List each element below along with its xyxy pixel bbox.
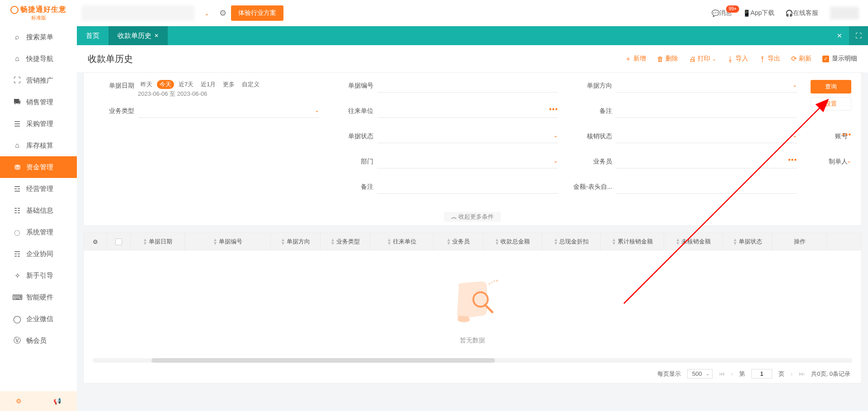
collapse-label: 收起更多条件 [458,213,494,220]
amount-header-label: 金额-表头自... [571,181,616,191]
sidebar-item-label: 营销推广 [26,76,53,85]
sidebar-item-9[interactable]: ◌系统管理 [0,221,77,243]
th-10[interactable]: ▲▼单据状态 [723,233,773,251]
export-label: 导出 [768,55,780,63]
page-prefix: 第 [739,370,745,378]
filter-partner: 往来单位 ••• [333,105,558,131]
first-page-icon[interactable]: ⏮ [719,370,725,377]
date-tag-0[interactable]: 昨天 [138,80,155,89]
message-badge: 99+ [726,5,739,13]
filter-settings-button[interactable]: 设置 [811,97,851,111]
collapse-filters-button[interactable]: ︽ 收起更多条件 [84,210,861,225]
doc-dir-select[interactable]: ⌄ [616,80,797,93]
horizontal-scrollbar[interactable] [93,358,852,363]
import-button[interactable]: ⭳导入 [727,55,748,63]
brand-edition: 标准版 [31,14,46,21]
sidebar-item-12[interactable]: ⌨智能硬件 [0,286,77,308]
tab-close-all-icon[interactable]: ✕ [830,26,849,45]
show-detail-toggle[interactable]: ✓显示明细 [822,55,857,63]
th-4[interactable]: ▲▼往来单位 [370,233,434,251]
scrollbar-thumb[interactable] [151,358,495,363]
sidebar-item-11[interactable]: ✧新手引导 [0,265,77,286]
sidebar-item-2[interactable]: ⛶营销推广 [0,70,77,91]
filter-remark: 备注 [571,105,797,131]
sidebar-item-label: 畅会员 [26,336,47,345]
date-tag-3[interactable]: 近1月 [198,80,218,89]
biz-type-select[interactable]: ⌄ [138,105,319,118]
clerk-select[interactable]: ••• [616,156,797,168]
sidebar-item-8[interactable]: ☷基础信息 [0,200,77,221]
th-11[interactable]: 操作 [773,233,827,251]
sidebar-item-6[interactable]: ⛃资金管理 [0,156,77,178]
delete-button[interactable]: 🗑删除 [657,55,678,63]
fullscreen-icon[interactable]: ⛶ [849,26,868,45]
sidebar-item-13[interactable]: ◯企业微信 [0,308,77,330]
company-selector[interactable] [81,5,194,21]
pager-summary: 共0页, 0条记录 [811,370,850,378]
th-9[interactable]: ▲▼未核销金额 [664,233,723,251]
date-tag-5[interactable]: 自定义 [239,80,262,89]
trash-icon: 🗑 [657,55,664,63]
doc-no-input[interactable] [377,80,558,93]
export-button[interactable]: ⭱导出 [759,55,780,63]
date-tag-2[interactable]: 近7天 [176,80,196,89]
doc-no-label: 单据编号 [333,80,377,90]
remark2-input[interactable] [377,181,558,194]
prev-page-icon[interactable]: ‹ [731,370,733,377]
sidebar-item-5[interactable]: ⌂库存核算 [0,135,77,156]
sidebar-item-4[interactable]: ☰采购管理 [0,113,77,135]
chevron-down-icon[interactable]: ⌄ [204,10,209,17]
sidebar-item-label: 搜索菜单 [26,33,53,42]
tab-收款单历史[interactable]: 收款单历史✕ [108,26,168,45]
query-button[interactable]: 查询 [811,80,851,93]
dept-select[interactable]: ⌄ [377,156,558,168]
gear-icon[interactable]: ⚙ [219,8,226,18]
per-page-select[interactable]: 500⌄ [687,369,712,378]
message-button[interactable]: 💬 消息 99+ [712,9,732,17]
th-5[interactable]: ▲▼业务员 [434,233,483,251]
date-tag-1[interactable]: 今天 [157,80,174,89]
sidebar-icon: ⛃ [13,163,22,172]
online-cs-button[interactable]: 🎧 在线客服 [785,9,818,17]
sidebar-item-10[interactable]: ☶企业协同 [0,243,77,265]
partner-select[interactable]: ••• [377,105,558,118]
sidebar-item-label: 系统管理 [26,228,53,237]
refresh-button[interactable]: ⟳刷新 [791,55,811,63]
th-8[interactable]: ▲▼累计核销金额 [601,233,664,251]
sidebar-item-1[interactable]: ⌂快捷导航 [0,48,77,70]
print-button[interactable]: 🖨打印⌄ [689,55,716,63]
next-page-icon[interactable]: › [791,370,793,377]
sidebar-item-14[interactable]: Ⓥ畅会员 [0,330,77,351]
close-icon[interactable]: ✕ [154,33,159,39]
print-icon: 🖨 [689,55,696,63]
user-avatar[interactable] [830,7,859,19]
th-6[interactable]: ▲▼收款总金额 [483,233,542,251]
th-1[interactable]: ▲▼单据编号 [185,233,271,251]
sidebar-item-3[interactable]: ⛟销售管理 [0,91,77,113]
verify-status-select[interactable]: ⌄ [616,131,797,143]
tab-首页[interactable]: 首页 [77,26,108,45]
table-settings-cell[interactable]: ⚙ [84,233,107,251]
settings-icon[interactable]: ⚙ [16,397,22,405]
th-3[interactable]: ▲▼业务类型 [321,233,370,251]
date-range-text: 2023-06-06 至 2023-06-06 [138,90,319,98]
app-download-button[interactable]: 📱 App下载 [743,9,774,17]
last-page-icon[interactable]: ⏭ [799,370,805,377]
filter-clerk: 业务员 ••• [571,156,797,181]
sound-icon[interactable]: 📢 [53,397,61,405]
th-7[interactable]: ▲▼总现金折扣 [542,233,601,251]
select-all-cell[interactable] [107,233,131,251]
page-input[interactable] [751,369,772,378]
experience-button[interactable]: 体验行业方案 [231,5,283,21]
date-tag-4[interactable]: 更多 [220,80,237,89]
sidebar-item-7[interactable]: ☲经营管理 [0,178,77,200]
amount-header-input[interactable] [616,181,797,194]
th-0[interactable]: ▲▼单据日期 [131,233,185,251]
sidebar-item-0[interactable]: ⌕搜索菜单 [0,26,77,48]
add-button[interactable]: ＋新增 [625,55,646,63]
th-2[interactable]: ▲▼单据方向 [271,233,321,251]
more-icon: ••• [842,131,851,139]
chevron-down-icon: ⌄ [793,82,797,88]
remark-input[interactable] [616,105,797,118]
doc-status-select[interactable]: ⌄ [377,131,558,143]
